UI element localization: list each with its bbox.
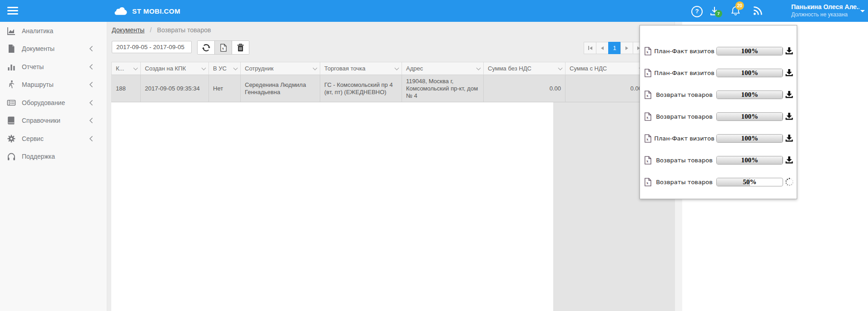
column-header[interactable]: Создан на КПК xyxy=(141,62,209,75)
download-item: x План-Факт визитов 100% xyxy=(640,128,797,150)
sidebar-item-service[interactable]: Сервис xyxy=(0,130,107,148)
chevron-left-icon xyxy=(89,64,93,70)
column-header[interactable]: Сотрудник xyxy=(241,62,320,75)
equipment-icon xyxy=(7,98,16,107)
column-header[interactable]: Сумма с НДС xyxy=(565,62,646,75)
next-page-button[interactable] xyxy=(620,42,633,54)
download-file-button[interactable] xyxy=(785,156,793,166)
help-button[interactable]: ? xyxy=(691,6,703,17)
refresh-button[interactable] xyxy=(198,41,214,54)
pagination: 1 xyxy=(584,42,645,54)
download-item: x План-Факт визитов 100% xyxy=(640,62,797,84)
progress-percent: 100% xyxy=(717,47,783,55)
top-header: ST MOBI.COM ? 7 20 xyxy=(0,0,868,22)
chevron-down-icon[interactable] xyxy=(202,66,206,70)
loading-spinner-icon xyxy=(785,177,794,188)
page-number-button[interactable]: 1 xyxy=(608,42,621,54)
progress-percent: 100% xyxy=(717,156,783,164)
user-name: Панькина Олеся Але... xyxy=(791,3,859,10)
chevron-left-icon xyxy=(89,117,93,124)
toolbar: x xyxy=(197,40,249,55)
active-page-number: 1 xyxy=(613,45,616,51)
download-file-button[interactable] xyxy=(785,47,793,56)
table-header-row: К... Создан на КПК В УС Сотрудник Торгов… xyxy=(111,62,675,75)
table-cell: ГС - Комсомольский пр 4 (вт, пт) (ЕЖЕДНЕ… xyxy=(320,75,402,102)
download-item-label: Возвраты товаров xyxy=(654,113,715,120)
sidebar-item-label: Справочники xyxy=(22,117,60,124)
rss-icon xyxy=(753,6,763,15)
delete-button[interactable] xyxy=(232,41,249,54)
trash-icon xyxy=(237,44,244,52)
download-progress-bar: 50% xyxy=(716,178,783,186)
download-item-label: План-Факт визитов xyxy=(654,48,715,55)
sidebar-item-directories[interactable]: Справочники xyxy=(0,112,107,130)
progress-percent: 100% xyxy=(717,113,783,120)
headphones-icon xyxy=(7,152,16,161)
download-item: x Возвраты товаров 100% xyxy=(640,150,797,171)
breadcrumb-separator: / xyxy=(150,26,152,34)
breadcrumb-link-documents[interactable]: Документы xyxy=(112,26,144,34)
column-header[interactable]: Сумма без НДС xyxy=(484,62,565,75)
sidebar-item-reports[interactable]: Отчеты xyxy=(0,58,107,76)
table-empty-area xyxy=(111,102,675,311)
chevron-down-icon[interactable] xyxy=(233,66,238,70)
question-mark-icon: ? xyxy=(695,8,699,15)
table-cell: 119048, Москва г, Комсомольский пр-кт, д… xyxy=(402,75,484,102)
table-row[interactable]: 188 2017-09-05 09:35:34 Нет Середенина Л… xyxy=(111,75,675,102)
table-cell: 0.00 xyxy=(484,75,565,102)
chevron-down-icon[interactable] xyxy=(860,10,865,12)
download-file-button[interactable] xyxy=(785,91,793,100)
book-icon xyxy=(7,116,16,125)
sidebar-item-label: Сервис xyxy=(22,135,44,142)
hamburger-menu-button[interactable] xyxy=(7,7,18,15)
export-excel-button[interactable]: x xyxy=(214,41,232,54)
breadcrumb-current: Возвраты товаров xyxy=(157,26,211,34)
download-item-label: Возвраты товаров xyxy=(654,157,715,164)
column-header[interactable]: Торговая точка xyxy=(320,62,402,75)
download-file-button[interactable] xyxy=(785,113,793,122)
first-page-button[interactable] xyxy=(584,42,596,54)
sidebar-item-documents[interactable]: Документы xyxy=(0,40,107,58)
download-progress-bar: 100% xyxy=(716,156,783,165)
previous-page-button[interactable] xyxy=(596,42,609,54)
sidebar-item-label: Документы xyxy=(22,45,55,52)
sidebar-item-label: Оборудование xyxy=(22,99,65,106)
sidebar-item-support[interactable]: Поддержка xyxy=(0,148,107,166)
app-title: ST MOBI.COM xyxy=(132,7,180,15)
download-item: x Возвраты товаров 50% xyxy=(640,171,797,193)
chevron-down-icon[interactable] xyxy=(558,66,563,70)
rss-button[interactable] xyxy=(753,6,765,18)
download-item-label: План-Факт визитов xyxy=(654,135,715,142)
notifications-button[interactable]: 20 xyxy=(730,5,742,17)
sidebar-item-analytics[interactable]: Аналитика xyxy=(0,22,107,40)
chevron-down-icon[interactable] xyxy=(476,66,481,70)
column-header[interactable]: В УС xyxy=(209,62,241,75)
table-cell: 2017-09-05 09:35:34 xyxy=(141,75,209,102)
gear-icon xyxy=(7,134,16,143)
chevron-down-icon[interactable] xyxy=(313,66,317,70)
excel-file-icon: x xyxy=(645,134,651,145)
table-cell: Середенина Людмила Геннадьевна xyxy=(241,75,320,102)
user-menu[interactable]: Панькина Олеся Але... Должность не указа… xyxy=(791,3,859,18)
download-item-label: Возвраты товаров xyxy=(654,91,715,99)
chevron-down-icon[interactable] xyxy=(134,66,138,70)
download-file-button[interactable] xyxy=(785,135,793,144)
downloads-button[interactable]: 7 xyxy=(709,6,721,18)
download-progress-bar: 100% xyxy=(716,69,783,77)
excel-file-icon: x xyxy=(645,156,651,166)
next-page-icon xyxy=(625,46,628,50)
brand: ST MOBI.COM xyxy=(114,0,180,22)
excel-file-icon: x xyxy=(645,178,651,188)
svg-text:x: x xyxy=(222,46,224,50)
table-cell: 188 xyxy=(111,75,141,102)
column-header[interactable]: К... xyxy=(111,62,141,75)
download-file-button[interactable] xyxy=(785,69,793,78)
sidebar-item-routes[interactable]: Маршруты xyxy=(0,76,107,94)
column-header[interactable]: Адрес xyxy=(402,62,484,75)
sidebar-item-equipment[interactable]: Оборудование xyxy=(0,94,107,112)
excel-file-icon: x xyxy=(220,44,227,52)
chevron-down-icon[interactable] xyxy=(395,66,399,70)
sidebar-item-label: Отчеты xyxy=(22,63,44,70)
date-range-input[interactable] xyxy=(112,41,192,53)
excel-file-icon: x xyxy=(645,90,651,101)
